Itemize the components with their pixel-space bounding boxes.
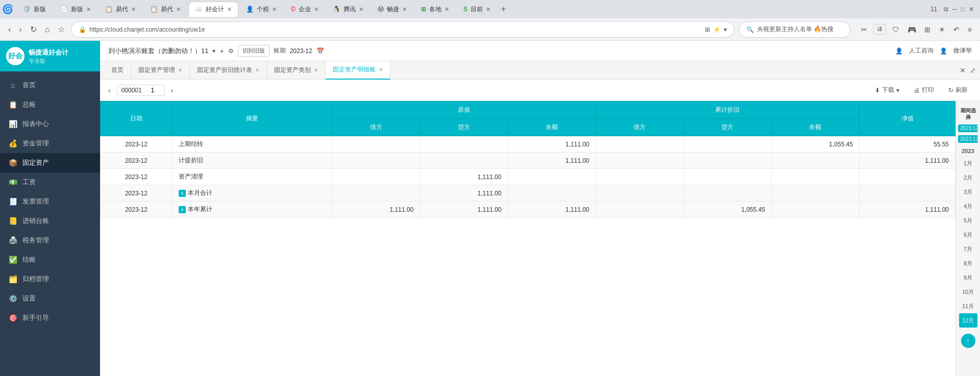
new-tab-button[interactable]: +: [498, 5, 509, 14]
tab-close-4[interactable]: ✕: [227, 6, 232, 13]
tab-home[interactable]: 首页: [104, 61, 131, 80]
home-button[interactable]: ⌂: [43, 23, 52, 36]
browser-tab-8[interactable]: Ⓜ 畅捷 ✕: [371, 2, 413, 17]
period-item-6月[interactable]: 6月: [959, 228, 977, 242]
tab-close-3[interactable]: ✕: [176, 6, 181, 13]
th-dep-debit: 借方: [596, 119, 683, 136]
browser-tab-9[interactable]: ⊞ 各地 ✕: [414, 2, 456, 17]
period-item-1月[interactable]: 1月: [959, 156, 977, 170]
tab-close-7[interactable]: ✕: [359, 6, 363, 13]
theme-btn[interactable]: ☀: [937, 23, 947, 36]
refresh-btn[interactable]: ↻ 刷新: [944, 84, 972, 96]
maximize-btn[interactable]: □: [961, 6, 965, 13]
tab-close-8[interactable]: ✕: [402, 6, 407, 13]
tab-label-1: 新版: [71, 5, 83, 14]
period-item-8月[interactable]: 8月: [959, 256, 977, 270]
refresh-button[interactable]: ↻: [28, 22, 39, 36]
next-record-btn[interactable]: ›: [171, 86, 174, 94]
sidebar-item-ledger[interactable]: 📋 总账: [0, 95, 100, 114]
browser-tab-2[interactable]: 📋 易代 ✕: [99, 2, 142, 17]
record-number-input[interactable]: [145, 87, 160, 94]
settings-small-icon[interactable]: ⚙: [228, 47, 234, 55]
tab-close-asset-detail[interactable]: ✕: [379, 67, 383, 72]
tab-close-depreciation-stats[interactable]: ✕: [255, 67, 259, 73]
version-switch-button[interactable]: 切到旧版: [238, 45, 270, 57]
header-dropdown-icon[interactable]: ▾: [212, 47, 215, 55]
download-dropdown-icon[interactable]: ▾: [896, 87, 899, 94]
browser-tab-4[interactable]: ☁️ 好会计 ✕: [188, 2, 238, 17]
minimize-btn[interactable]: ─: [952, 6, 957, 13]
th-orig-balance: 余额: [508, 119, 596, 136]
bookmark-button[interactable]: ☆: [56, 22, 67, 36]
sidebar-item-archive[interactable]: 🗂️ 归档管理: [0, 269, 100, 289]
sidebar-item-fixed-assets[interactable]: 📦 固定资产: [0, 153, 100, 172]
shield-btn[interactable]: 🛡: [890, 23, 901, 36]
sidebar-item-home[interactable]: ⌂ 首页: [0, 76, 100, 95]
sidebar-item-guide[interactable]: 🎯 新手引导: [0, 308, 100, 328]
period-item-11月[interactable]: 11月: [959, 299, 977, 313]
right-panel: 期间选择 2023.12 2023.12 2023 1月2月3月4月5月6月7月…: [955, 101, 980, 376]
tab-close-10[interactable]: ✕: [486, 6, 491, 13]
tab-asset-detail[interactable]: 固定资产明细账 ✕: [326, 61, 390, 80]
browser-tab-0[interactable]: 🛡️ 新版: [16, 2, 53, 17]
browser-tab-7[interactable]: 🐧 腾讯 ✕: [326, 2, 370, 17]
forward-button[interactable]: ›: [17, 23, 23, 36]
tab-close-fixed-assets-mgmt[interactable]: ✕: [178, 67, 182, 73]
sidebar-item-salary[interactable]: 💵 工资: [0, 172, 100, 192]
tab-depreciation-stats[interactable]: 固定资产折旧统计表 ✕: [190, 61, 267, 80]
history-btn[interactable]: ↶: [951, 23, 962, 36]
windows-icon[interactable]: ⧉: [944, 6, 948, 13]
browser-tab-3[interactable]: 📋 易代 ✕: [143, 2, 187, 17]
download-btn[interactable]: ⬇ 下载 ▾: [871, 84, 903, 96]
layout-btn[interactable]: ⊞: [922, 23, 933, 36]
tab-fixed-assets-mgmt[interactable]: 固定资产管理 ✕: [131, 61, 190, 80]
period-item-10月[interactable]: 10月: [959, 285, 977, 299]
period-item-7月[interactable]: 7月: [959, 242, 977, 256]
sidebar-item-checkout[interactable]: ✅ 结账: [0, 250, 100, 269]
sidebar-item-reports[interactable]: 📊 报表中心: [0, 114, 100, 134]
tab-close-5[interactable]: ✕: [272, 6, 277, 13]
sidebar-item-funds[interactable]: 💰 资金管理: [0, 134, 100, 153]
calendar-icon[interactable]: 📅: [316, 47, 324, 55]
close-btn[interactable]: ✕: [969, 6, 974, 13]
translate-btn[interactable]: 译: [873, 24, 886, 35]
salary-icon: 💵: [8, 178, 17, 186]
browser-tab-5[interactable]: 👤 个税 ✕: [239, 2, 283, 17]
period-item-12月[interactable]: 12月: [959, 313, 977, 328]
sidebar-item-invoice[interactable]: 🧾 发票管理: [0, 192, 100, 211]
tab-close-1[interactable]: ✕: [86, 6, 91, 13]
tab-asset-category[interactable]: 固定资产类别 ✕: [267, 61, 326, 80]
print-btn[interactable]: 🖨 打印: [910, 84, 938, 96]
sidebar-item-settings[interactable]: ⚙️ 设置: [0, 289, 100, 308]
main-content: 刘小艳演示账套（勿删勿动！）11 ▾ + ⚙ 切到旧版 账期 2023-12 📅…: [100, 41, 980, 376]
period-item-2月[interactable]: 2月: [959, 170, 977, 185]
tab-close-asset-category[interactable]: ✕: [314, 67, 318, 73]
scissors-btn[interactable]: ✂: [859, 23, 869, 36]
maximize-tab-btn[interactable]: ⤢: [970, 66, 976, 74]
search-bar[interactable]: 🔍 央视更新主持人名单 🔥热搜: [739, 21, 851, 38]
period-item-4月[interactable]: 4月: [959, 199, 977, 213]
period-item-3月[interactable]: 3月: [959, 185, 977, 199]
tab-close-9[interactable]: ✕: [445, 6, 449, 13]
tab-close-2[interactable]: ✕: [131, 6, 136, 13]
sidebar-item-tax[interactable]: 🖨️ 税务管理: [0, 231, 100, 250]
lightning-icon: ⚡: [713, 26, 721, 33]
menu-btn[interactable]: ≡: [966, 23, 974, 36]
scroll-to-top-btn[interactable]: ↑: [961, 334, 975, 348]
period-item-5月[interactable]: 5月: [959, 213, 977, 228]
tab-close-6[interactable]: ✕: [314, 6, 318, 13]
browser-tab-10[interactable]: S 目前 ✕: [457, 2, 497, 17]
address-bar[interactable]: 🔒 https://cloud.chanjet.com/accounting/u…: [71, 21, 734, 38]
close-current-tab-btn[interactable]: ✕: [960, 66, 966, 74]
th-accumulated-depreciation: 累计折旧: [596, 102, 860, 119]
back-button[interactable]: ‹: [6, 23, 13, 36]
game-btn[interactable]: 🎮: [905, 23, 918, 36]
add-company-btn[interactable]: +: [219, 47, 224, 55]
dropdown-icon[interactable]: ▾: [724, 26, 727, 33]
support-text[interactable]: 人工咨询: [909, 46, 934, 55]
browser-tab-1[interactable]: 📄 新版 ✕: [54, 2, 97, 17]
prev-record-btn[interactable]: ‹: [108, 86, 111, 94]
period-item-9月[interactable]: 9月: [959, 270, 977, 285]
browser-tab-6[interactable]: © 企业 ✕: [284, 2, 325, 17]
sidebar-item-purchase-sales[interactable]: 📒 进销台账: [0, 211, 100, 231]
